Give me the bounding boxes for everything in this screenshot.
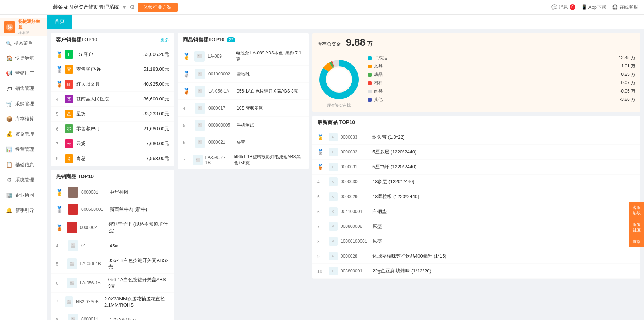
left-column: 客户销售额TOP10 更多 🥇 L LS 客户 53,006.26元 🥈 零 零…	[51, 33, 174, 320]
purchase-icon: 🛒	[6, 100, 12, 107]
product-code: 003800001	[341, 268, 370, 274]
product-code: 0000028	[341, 254, 370, 259]
rank-indicator: 5	[317, 194, 326, 200]
rank-indicator: 4	[56, 243, 65, 249]
customer-name: 红太阳文具	[76, 81, 143, 87]
product-name: 5厘多层 (1220*2440)	[372, 149, 416, 155]
sidebar-item-company[interactable]: 🏢企业协同	[0, 188, 47, 203]
customer-name: 云扬	[76, 140, 146, 147]
customer-row: 7 云 云扬 7,680.00元	[51, 136, 174, 151]
medal-icon: 🥉	[56, 81, 63, 87]
sales-product-row: 🥈 001000002 雪地靴	[178, 66, 309, 83]
rank-num: 4	[183, 106, 186, 111]
trial-button[interactable]: 体验行业方案	[138, 3, 178, 12]
customer-amount: 51,183.00元	[143, 66, 169, 73]
rank-indicator: 4	[317, 179, 326, 185]
product-code: 0000011	[81, 317, 107, 320]
sidebar-item-sales[interactable]: 🏷销售管理	[0, 81, 47, 96]
legend-color	[368, 81, 372, 85]
svg-text:好: 好	[7, 25, 12, 29]
rank-indicator: 5	[56, 261, 64, 267]
customer-avatar: 红	[65, 80, 73, 89]
sidebar-item-system[interactable]: ⚙系统管理	[0, 172, 47, 188]
product-thumbnail	[68, 187, 78, 198]
product-code: LA-056-1B	[80, 261, 105, 266]
sidebar-item-guide[interactable]: 🔔新手引导	[0, 203, 47, 218]
app-download-btn[interactable]: 📱 App下载	[581, 4, 606, 11]
message-btn[interactable]: 💬 消息 6	[551, 4, 575, 11]
rank-num: 7	[56, 299, 58, 304]
svg-rect-20	[198, 106, 202, 110]
product-name: 原垄	[372, 223, 382, 230]
sidebar-label-company: 企业协同	[15, 192, 34, 198]
sidebar-item-operation[interactable]: 📊经营管理	[0, 142, 47, 157]
product-thumbnail: G	[329, 207, 338, 216]
product-code: 0000029	[341, 194, 370, 199]
product-thumbnail: G	[329, 163, 338, 171]
customer-name: 零售客户·于	[76, 126, 143, 132]
legend-name: 材料	[374, 80, 614, 86]
system-dropdown-icon[interactable]: ▼	[122, 4, 127, 10]
medal-icon: 🥈	[56, 206, 63, 213]
product-code: 10000100001	[341, 239, 370, 244]
svg-point-3	[72, 244, 73, 245]
floating-btn[interactable]: 服务社区	[629, 219, 644, 236]
product-code: 000500001	[81, 207, 107, 212]
svg-rect-14	[197, 54, 202, 58]
hot-product-row: 5 LA-056-1B 056-1B白色按键开关壳ABS2壳	[51, 254, 174, 274]
sidebar-item-quick-nav[interactable]: 🏠快捷导航	[0, 50, 47, 66]
legend-value: -3.86 万	[614, 97, 635, 103]
svg-rect-26	[196, 158, 200, 162]
sidebar-item-marketing[interactable]: 📢营销推广	[0, 66, 47, 81]
product-name: 10S 变频罗浆	[237, 105, 263, 111]
sidebar-item-inventory[interactable]: 📦库存核算	[0, 111, 47, 127]
rank-indicator: 🥉	[183, 88, 192, 95]
product-name: 056-1A白色按键开关盖ABS 3壳	[108, 276, 169, 290]
product-thumbnail	[68, 204, 78, 215]
customer-avatar: 苍	[65, 95, 73, 103]
rank-indicator: 6	[56, 126, 65, 132]
sidebar-search[interactable]: 🔍 搜索菜单	[0, 36, 47, 50]
rank-indicator: 🥇	[56, 51, 65, 58]
sidebar-item-purchase[interactable]: 🛒采购管理	[0, 96, 47, 111]
product-name: 056-1A白色按键开关盖ABS 3克	[237, 88, 298, 94]
customer-ranking-panel: 客户销售额TOP10 更多 🥇 L LS 客户 53,006.26元 🥈 零 零…	[51, 33, 174, 166]
customer-name: LS 客户	[76, 51, 143, 58]
customer-amount: 21,680.00元	[143, 126, 169, 132]
customer-avatar: 云	[65, 139, 73, 148]
product-sales-panel: 商品销售额TOP10 22 🥇 LA-089 电池盒 LA-089 ABS本色+…	[178, 33, 309, 169]
legend-color	[368, 90, 372, 93]
customer-ranking-more[interactable]: 更多	[160, 37, 169, 43]
product-thumbnail	[67, 278, 77, 288]
online-service-btn[interactable]: 🎧 在线客服	[612, 4, 638, 11]
sidebar-item-finance[interactable]: 💰资金管理	[0, 127, 47, 142]
sidebar: 好 畅捷通好生意 标准版 🔍 搜索菜单 🏠快捷导航📢营销推广🏷销售管理🛒采购管理…	[0, 0, 47, 320]
product-code: 01	[81, 243, 107, 248]
product-code: 004100001	[341, 209, 370, 214]
svg-text:G: G	[332, 210, 334, 213]
sidebar-item-base[interactable]: 📋基础信息	[0, 157, 47, 172]
floating-btn[interactable]: 客服热线	[629, 202, 644, 219]
product-name: 2.0X30MM双搓花轴搓花直径2.1MM/ROHS	[104, 296, 169, 308]
sales-product-row: 4 0000017 10S 变频罗浆	[178, 100, 309, 117]
rank-num: 6	[317, 209, 320, 214]
tab-home[interactable]: 首页	[47, 15, 72, 29]
medal-icon: 🥉	[183, 88, 190, 94]
sales-product-row: 6 0000021 夹壳	[178, 134, 309, 151]
svg-point-19	[199, 90, 200, 91]
product-thumbnail	[67, 222, 77, 233]
rank-num: 6	[56, 281, 58, 286]
floating-btn[interactable]: 直播	[629, 236, 644, 247]
rank-indicator: 🥈	[317, 149, 326, 155]
hot-product-row: 7 NB2.0X30B 2.0X30MM双搓花轴搓花直径2.1MM/ROHS	[51, 293, 174, 311]
customer-amount: 36,600.00元	[143, 96, 169, 102]
latest-product-row: 7 G 000800008 原垄	[312, 219, 640, 234]
product-thumbnail	[195, 86, 205, 97]
rank-indicator: 5	[183, 123, 192, 128]
system-gear-icon[interactable]: ⚙	[130, 4, 135, 11]
customer-name: 零售客户·许	[76, 66, 143, 73]
legend-name: 肉类	[374, 88, 614, 94]
product-thumbnail: G	[329, 192, 338, 201]
svg-text:G: G	[332, 269, 334, 273]
system-name: 装备及固定资产辅助管理系统	[53, 4, 119, 11]
